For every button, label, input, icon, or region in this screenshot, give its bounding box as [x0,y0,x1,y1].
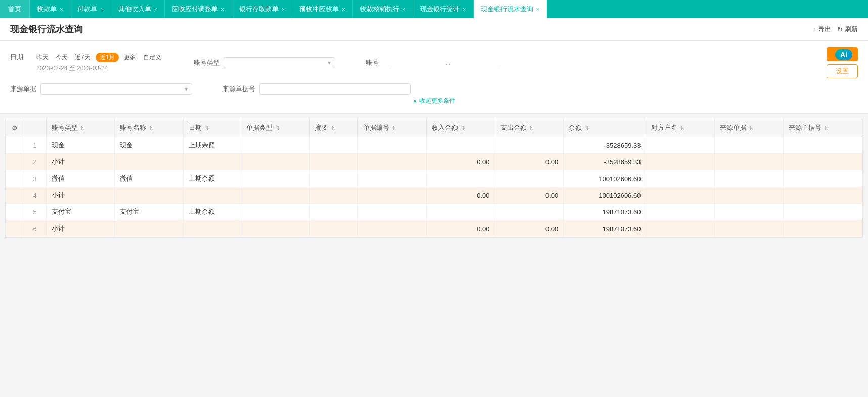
table-body: 1 现金 现金 上期余额 -3528659.33 2 小计 0.00 0.00 … [6,137,862,237]
col-doc-type[interactable]: 单据类型 ⇅ [241,119,310,137]
settings-button[interactable]: 设置 [827,64,858,78]
nav-tab-2[interactable]: 其他收入单 × [111,0,165,18]
shortcut-7days[interactable]: 近7天 [73,53,93,62]
close-icon[interactable]: × [221,6,224,12]
col-account-type[interactable]: 账号类型 ⇅ [46,119,115,137]
row-doc-type [241,187,310,204]
gear-column-header[interactable]: ⚙ [6,119,24,137]
row-counterparty [646,170,715,187]
nav-tab-0[interactable]: 收款单 × [30,0,70,18]
row-doc-type [241,204,310,220]
col-num [24,119,46,137]
col-summary[interactable]: 摘要 ⇅ [310,119,358,137]
sort-icon: ⇅ [585,125,589,131]
row-gear-cell [6,137,24,154]
filter-row-2: 来源单据 ▾ 来源单据号 [10,83,858,95]
gear-icon[interactable]: ⚙ [12,124,18,132]
row-summary [310,137,358,154]
shortcut-more[interactable]: 更多 [122,53,138,62]
row-doc-no [358,204,427,220]
close-icon[interactable]: × [536,6,539,12]
row-number: 5 [24,204,46,220]
row-account-name [115,154,184,170]
data-table: ⚙ 账号类型 ⇅ 账号名称 ⇅ 日期 ⇅ 单据类型 ⇅ [6,119,862,237]
col-account-name[interactable]: 账号名称 ⇅ [115,119,184,137]
col-source-doc-no[interactable]: 来源单据号 ⇅ [783,119,862,137]
page-title: 现金银行流水查询 [10,23,83,35]
shortcut-1month[interactable]: 近1月 [96,53,119,62]
source-doc-no-input[interactable] [259,83,411,95]
close-icon[interactable]: × [342,6,345,12]
col-date[interactable]: 日期 ⇅ [184,119,241,137]
row-balance: 100102606.60 [564,170,646,187]
shortcut-yesterday[interactable]: 昨天 [34,53,51,62]
shortcut-custom[interactable]: 自定义 [141,53,163,62]
source-doc-select[interactable]: ▾ [40,83,192,95]
row-gear-cell [6,187,24,204]
date-group: 昨天 今天 近7天 近1月 更多 自定义 2023-02-24 至 2023-0… [34,53,163,73]
table-header-row: ⚙ 账号类型 ⇅ 账号名称 ⇅ 日期 ⇅ 单据类型 ⇅ [6,119,862,137]
row-source-doc-no [783,204,862,220]
date-shortcuts: 昨天 今天 近7天 近1月 更多 自定义 [34,53,163,62]
row-date: 上期余额 [184,204,241,220]
account-type-select[interactable]: ▾ [224,57,335,68]
col-doc-no[interactable]: 单据编号 ⇅ [358,119,427,137]
account-type-filter: 账号类型 ▾ [194,57,335,68]
sort-icon: ⇅ [331,125,335,131]
col-counterparty[interactable]: 对方户名 ⇅ [646,119,715,137]
nav-tab-3[interactable]: 应收应付调整单 × [165,0,232,18]
col-income[interactable]: 收入金额 ⇅ [426,119,495,137]
ai-badge[interactable]: Ai [835,49,852,60]
col-balance[interactable]: 余额 ⇅ [564,119,646,137]
sort-icon: ⇅ [680,125,684,131]
close-icon[interactable]: × [463,6,466,12]
chevron-down-icon-2: ▾ [185,85,188,93]
nav-tab-8[interactable]: 现金银行流水查询 × [474,0,547,18]
nav-tab-5[interactable]: 预收冲应收单 × [292,0,352,18]
row-balance: 19871073.60 [564,204,646,220]
nav-tab-7[interactable]: 现金银行统计 × [413,0,473,18]
row-counterparty [646,187,715,204]
row-account-type: 小计 [46,220,115,237]
row-expense [495,170,564,187]
row-source-doc [715,137,784,154]
account-type-label: 账号类型 [194,58,220,67]
row-balance: -3528659.33 [564,154,646,170]
close-icon[interactable]: × [100,6,103,12]
row-source-doc-no [783,187,862,204]
row-account-type: 现金 [46,137,115,154]
account-no-dots-button[interactable]: ... [445,59,500,66]
nav-tab-6[interactable]: 收款核销执行 × [353,0,413,18]
row-account-name: 现金 [115,137,184,154]
col-source-doc[interactable]: 来源单据 ⇅ [715,119,784,137]
row-doc-no [358,154,427,170]
row-source-doc-no [783,170,862,187]
refresh-button[interactable]: ↻ 刷新 [837,25,858,34]
nav-tab-4[interactable]: 银行存取款单 × [232,0,292,18]
sort-icon: ⇅ [529,125,533,131]
export-button[interactable]: ↑ 导出 [813,25,832,34]
close-icon[interactable]: × [282,6,285,12]
row-account-name [115,220,184,237]
nav-tab-1[interactable]: 付款单 × [70,0,111,18]
nav-home[interactable]: 首页 [0,0,30,18]
close-icon[interactable]: × [154,6,157,12]
row-summary [310,204,358,220]
row-account-type: 小计 [46,154,115,170]
col-expense[interactable]: 支出金额 ⇅ [495,119,564,137]
close-icon[interactable]: × [402,6,405,12]
collapse-bar[interactable]: ∧ 收起更多条件 [10,95,858,109]
row-number: 4 [24,187,46,204]
row-doc-no [358,137,427,154]
row-expense [495,137,564,154]
row-expense [495,204,564,220]
close-icon[interactable]: × [60,6,63,12]
row-account-name: 微信 [115,170,184,187]
row-source-doc [715,154,784,170]
row-counterparty [646,220,715,237]
row-date [184,154,241,170]
data-table-container: ⚙ 账号类型 ⇅ 账号名称 ⇅ 日期 ⇅ 单据类型 ⇅ [5,119,863,238]
sort-icon: ⇅ [749,125,753,131]
row-account-name: 支付宝 [115,204,184,220]
shortcut-today[interactable]: 今天 [54,53,70,62]
